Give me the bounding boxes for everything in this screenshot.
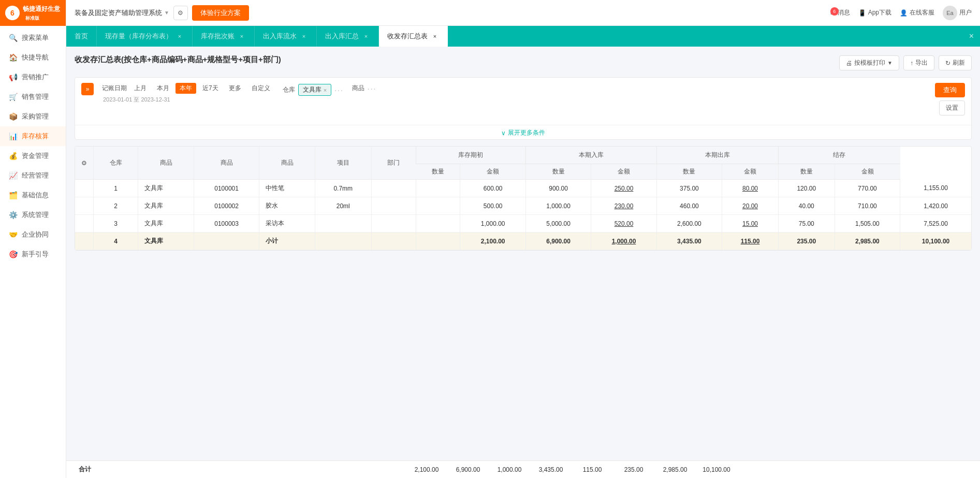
row-seq: 3 [94,215,138,233]
export-btn[interactable]: ↑ 导出 [903,55,934,70]
expand-icon: ∨ [501,129,506,137]
sidebar-item-marketing[interactable]: 📢 营销推广 [0,67,66,87]
date-btn-this-month[interactable]: 本月 [153,83,173,94]
opening-amt-header: 金额 [460,164,525,180]
row-goods-spec [315,215,371,233]
row-project [371,215,416,233]
online-service-item[interactable]: 👤 在线客服 [900,8,934,17]
basic-icon: 🗂️ [8,191,18,199]
tab-inventory-dist[interactable]: 现存量（库存分布表） × [97,26,193,47]
row-goods-spec [315,233,371,250]
row-checkbox [75,180,94,197]
row-in-qty[interactable]: 250.00 [591,180,656,197]
row-close-qty: 2,985.00 [835,233,900,250]
row-out-qty[interactable]: 115.00 [722,233,779,250]
date-btn-custom[interactable]: 自定义 [247,83,274,94]
tab-inout-flow[interactable]: 出入库流水 × [255,26,317,47]
sidebar-item-system[interactable]: ⚙️ 系统管理 [0,205,66,225]
row-project [371,180,416,197]
row-in-qty[interactable]: 520.00 [591,215,656,233]
row-out-qty[interactable]: 20.00 [722,197,779,215]
tab-close-receipt-summary[interactable]: × [431,32,439,40]
system-selector[interactable]: 装备及固定资产辅助管理系统 ▼ [75,8,169,18]
tab-inout-summary[interactable]: 出入库汇总 × [317,26,379,47]
tab-receipt-summary[interactable]: 收发存汇总表 × [379,26,448,47]
sidebar-logo: 6 畅捷通好生意 标准版 [0,0,66,26]
sidebar-item-inventory[interactable]: 📊 库存核算 [0,126,66,146]
row-goods-name: 中性笔 [259,180,315,197]
row-department [416,197,460,215]
finance-icon: 💰 [8,152,18,160]
date-btn-7days[interactable]: 近7天 [198,83,223,94]
row-out-amt: 75.00 [778,215,835,233]
settings-icon[interactable]: ⚙ [173,6,188,20]
topbar-right: ✉ 6 消息 📱 App下载 👤 在线客服 Ea 用户 [830,6,972,20]
goods-name-col-header: 商品 [194,147,259,180]
tab-close-inventory-dist[interactable]: × [175,32,184,40]
tab-close-batch[interactable]: × [238,32,246,40]
row-close-qty: 770.00 [835,180,900,197]
closing-amt-header: 金额 [835,164,900,180]
print-btn[interactable]: 🖨 按模板打印 ▼ [839,55,899,70]
tab-bar: 首页 现存量（库存分布表） × 库存批次账 × 出入库流水 × 出入库汇总 × … [66,26,980,47]
warehouse-more-dots[interactable]: ··· [334,86,344,94]
row-goods-spec: 20ml [315,197,371,215]
experience-btn[interactable]: 体验行业方案 [192,5,249,21]
date-btn-last-month[interactable]: 上月 [130,83,151,94]
print-icon: 🖨 [846,60,852,67]
sidebar: 6 畅捷通好生意 标准版 🔍 搜索菜单 🏠 快捷导航 📢 营销推广 🛒 销售管理… [0,0,66,478]
expand-conditions-btn[interactable]: ∨ 展开更多条件 [75,125,971,139]
purchase-icon: 📦 [8,112,18,121]
message-item[interactable]: ✉ 6 消息 [830,8,850,17]
row-goods-name: 采访本 [259,215,315,233]
filter-toggle-btn[interactable]: » [81,83,94,95]
row-out-amt: 40.00 [778,197,835,215]
row-project [371,197,416,215]
tab-bar-close-icon[interactable]: × [963,26,980,47]
inventory-icon: 📊 [8,132,18,140]
filter-area: » 记账日期 上月 本月 本年 近7天 更多 自定义 [75,77,972,140]
row-close-amt: 1,420.00 [900,197,971,215]
row-goods-code: 0100003 [194,215,259,233]
mobile-icon: 📱 [858,9,866,17]
sidebar-item-quick-nav[interactable]: 🏠 快捷导航 [0,48,66,67]
row-in-qty[interactable]: 230.00 [591,197,656,215]
warehouse-tag-close-icon[interactable]: × [324,87,327,93]
row-goods-name: 胶水 [259,197,315,215]
sidebar-item-collab[interactable]: 🤝 企业协同 [0,225,66,244]
refresh-btn[interactable]: ↻ 刷新 [939,55,972,70]
row-in-amt: 3,435.00 [656,233,722,250]
tab-close-inout-summary[interactable]: × [362,32,370,40]
row-in-qty[interactable]: 1,000.00 [591,233,656,250]
collab-icon: 🤝 [8,230,18,239]
sales-icon: 🛒 [8,93,18,101]
out-amt-header: 金额 [722,164,779,180]
tab-home[interactable]: 首页 [66,26,97,47]
sidebar-item-purchase[interactable]: 📦 采购管理 [0,107,66,126]
chevron-down-icon: ▼ [164,10,169,16]
date-btn-this-year[interactable]: 本年 [175,83,196,94]
sidebar-item-search[interactable]: 🔍 搜索菜单 [0,28,66,48]
tab-close-inout-flow[interactable]: × [300,32,308,40]
row-out-qty[interactable]: 80.00 [722,180,779,197]
tab-batch[interactable]: 库存批次账 × [193,26,255,47]
refresh-icon: ↻ [945,60,950,67]
row-goods-code [194,233,259,250]
sidebar-item-finance[interactable]: 💰 资金管理 [0,146,66,166]
warehouse-filter-tag[interactable]: 文具库 × [298,84,331,96]
app-download-item[interactable]: 📱 App下载 [858,8,891,17]
user-item[interactable]: Ea 用户 [943,6,972,20]
sidebar-item-guide[interactable]: 🎯 新手引导 [0,244,66,264]
sidebar-item-business[interactable]: 📈 经营管理 [0,166,66,185]
row-seq: 1 [94,180,138,197]
sidebar-item-sales[interactable]: 🛒 销售管理 [0,87,66,107]
goods-more-dots[interactable]: ··· [368,84,377,93]
row-goods-name: 小计 [259,233,315,250]
page-content: 收发存汇总表(按仓库+商品编码+商品+规格型号+项目+部门) 🖨 按模板打印 ▼… [66,47,980,478]
query-button[interactable]: 查询 [935,83,965,97]
row-out-qty[interactable]: 15.00 [722,215,779,233]
date-btn-more[interactable]: 更多 [225,83,245,94]
sidebar-item-basic[interactable]: 🗂️ 基础信息 [0,185,66,205]
filter-settings-btn[interactable]: 设置 [939,100,965,115]
topbar: 装备及固定资产辅助管理系统 ▼ ⚙ 体验行业方案 ✉ 6 消息 📱 App下载 … [66,0,980,26]
